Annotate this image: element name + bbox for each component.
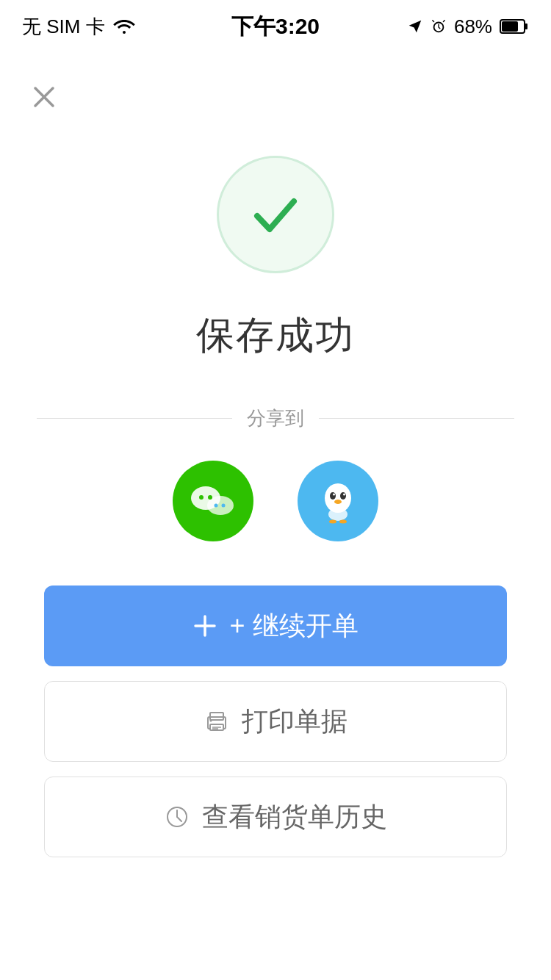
- print-button[interactable]: 打印单据: [44, 681, 507, 762]
- location-icon: [407, 18, 423, 35]
- wifi-icon: [112, 18, 136, 35]
- status-bar: 无 SIM 卡 下午3:20 68%: [0, 0, 551, 53]
- history-label: 查看销货单历史: [202, 799, 387, 835]
- status-time: 下午3:20: [231, 12, 320, 42]
- success-title: 保存成功: [196, 310, 355, 361]
- svg-point-10: [215, 504, 218, 508]
- action-buttons: + 继续开单 打印单据 查看销货单历史: [37, 586, 514, 872]
- print-label: 打印单据: [242, 704, 347, 740]
- print-icon: [204, 708, 230, 735]
- svg-rect-3: [502, 21, 518, 32]
- sim-text: 无 SIM 卡: [22, 14, 105, 40]
- plus-icon: [192, 613, 217, 638]
- svg-point-19: [329, 519, 336, 523]
- share-section: 分享到: [37, 406, 514, 541]
- qq-share-button[interactable]: [298, 461, 378, 541]
- close-button[interactable]: [15, 68, 73, 126]
- svg-point-9: [208, 495, 212, 500]
- share-label: 分享到: [247, 406, 304, 431]
- svg-point-15: [333, 493, 335, 495]
- checkmark-icon: [246, 185, 305, 244]
- qq-icon: [314, 478, 362, 525]
- history-button[interactable]: 查看销货单历史: [44, 777, 507, 857]
- alarm-icon: [431, 18, 447, 35]
- svg-point-14: [340, 492, 346, 500]
- battery-text: 68%: [454, 15, 492, 38]
- wechat-icon: [188, 479, 238, 523]
- svg-point-16: [343, 493, 345, 495]
- continue-label: + 继续开单: [229, 608, 358, 644]
- continue-button[interactable]: + 继续开单: [44, 586, 507, 666]
- svg-rect-2: [525, 24, 527, 29]
- battery-icon: [500, 18, 529, 35]
- history-icon: [164, 804, 190, 830]
- svg-point-28: [210, 720, 212, 722]
- wechat-share-button[interactable]: [173, 461, 253, 541]
- svg-point-17: [334, 500, 342, 504]
- svg-point-20: [339, 519, 347, 523]
- svg-point-11: [222, 504, 226, 508]
- svg-point-18: [328, 508, 347, 521]
- main-content: 保存成功 分享到: [0, 126, 551, 980]
- success-icon-circle: [217, 156, 334, 273]
- status-left: 无 SIM 卡: [22, 14, 136, 40]
- close-icon: [29, 82, 59, 112]
- share-divider: 分享到: [37, 406, 514, 431]
- share-icons: [173, 461, 378, 541]
- status-right: 68%: [407, 15, 529, 38]
- svg-point-8: [199, 495, 204, 500]
- svg-point-13: [330, 492, 336, 500]
